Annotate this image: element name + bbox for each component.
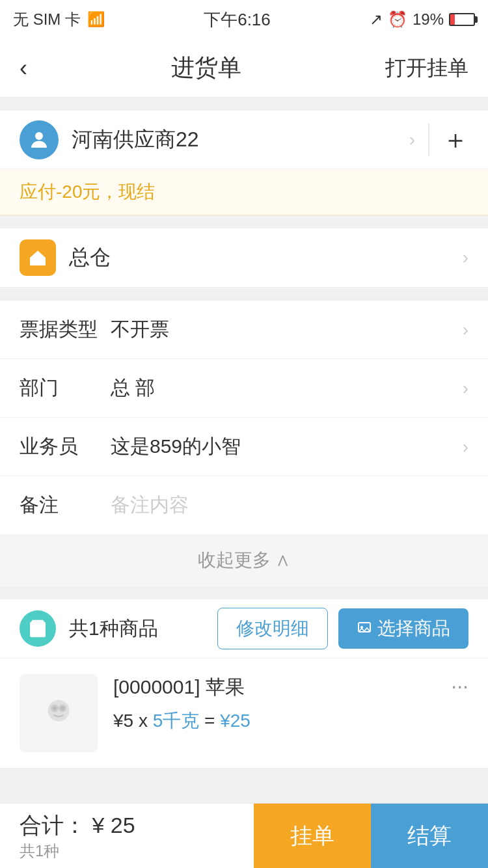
warehouse-section: 总仓 › xyxy=(0,228,488,287)
product-name: [0000001] 苹果 xyxy=(113,674,451,701)
svg-point-0 xyxy=(35,132,43,140)
supplier-section: 河南供应商22 › ＋ 应付-20元，现结 xyxy=(0,111,488,215)
total-label: 合计： xyxy=(20,813,86,837)
edit-details-button[interactable]: 修改明细 xyxy=(217,608,328,649)
back-button[interactable]: ‹ xyxy=(20,55,27,82)
status-bar: 无 SIM 卡 📶 下午6:16 ↗ ⏰ 19% xyxy=(0,0,488,39)
select-product-icon xyxy=(357,621,372,636)
warehouse-icon xyxy=(20,239,56,276)
salesman-label: 业务员 xyxy=(20,433,98,460)
dept-row[interactable]: 部门 总 部 › xyxy=(0,359,488,417)
status-bar-time: 下午6:16 xyxy=(204,8,271,31)
quantity: 5千克 xyxy=(153,711,200,731)
product-thumb-icon xyxy=(39,694,78,733)
svg-point-5 xyxy=(48,700,70,722)
invoice-type-row[interactable]: 票据类型 不开票 › xyxy=(0,300,488,359)
remark-row[interactable]: 备注 备注内容 xyxy=(0,476,488,534)
svg-rect-1 xyxy=(35,260,40,265)
salesman-value: 这是859的小智 xyxy=(111,433,463,460)
dept-label: 部门 xyxy=(20,375,98,401)
remark-label: 备注 xyxy=(20,492,98,519)
equals-sign: = xyxy=(204,711,220,731)
svg-point-8 xyxy=(53,707,57,711)
hang-order-button[interactable]: 挂单 xyxy=(254,804,371,869)
location-icon: ↗ xyxy=(370,10,383,29)
nav-bar: ‹ 进货单 打开挂单 xyxy=(0,39,488,98)
home-icon xyxy=(27,247,48,268)
warehouse-row[interactable]: 总仓 › xyxy=(0,228,488,287)
product-menu-button[interactable]: ··· xyxy=(451,674,468,698)
status-bar-left: 无 SIM 卡 📶 xyxy=(13,9,105,30)
warehouse-arrow-icon: › xyxy=(463,247,468,268)
subtotal: ¥25 xyxy=(220,711,251,731)
product-item: [0000001] 苹果 ¥5 x 5千克 = ¥25 ··· xyxy=(0,658,488,768)
total-section: 合计： ¥ 25 共1种 xyxy=(0,811,254,861)
product-title: 苹果 xyxy=(206,676,245,698)
invoice-type-value: 不开票 xyxy=(111,316,463,343)
supplier-row[interactable]: 河南供应商22 › ＋ xyxy=(0,111,488,169)
products-count: 共1种商品 xyxy=(69,616,217,642)
select-product-button[interactable]: 选择商品 xyxy=(338,608,468,649)
battery-icon xyxy=(449,13,475,26)
salesman-arrow-icon: › xyxy=(463,437,468,457)
checkout-button[interactable]: 结算 xyxy=(371,804,488,869)
svg-point-9 xyxy=(61,707,64,711)
bottom-bar: 合计： ¥ 25 共1种 挂单 结算 xyxy=(0,803,488,868)
form-section: 票据类型 不开票 › 部门 总 部 › 业务员 这是859的小智 › 备注 备注… xyxy=(0,300,488,534)
products-header: 共1种商品 修改明细 选择商品 xyxy=(0,599,488,658)
collapse-button[interactable]: 收起更多 ∧ xyxy=(0,534,488,586)
alarm-icon: ⏰ xyxy=(388,10,407,29)
total-amount: 合计： ¥ 25 xyxy=(20,811,234,841)
invoice-arrow-icon: › xyxy=(463,319,468,340)
product-id: [0000001] xyxy=(113,676,206,698)
section-gap-4 xyxy=(0,586,488,599)
salesman-row[interactable]: 业务员 这是859的小智 › xyxy=(0,417,488,476)
dept-value: 总 部 xyxy=(111,375,463,401)
product-price: ¥5 x 5千克 = ¥25 xyxy=(113,709,451,733)
invoice-type-label: 票据类型 xyxy=(20,316,98,343)
supplier-name: 河南供应商22 xyxy=(72,126,409,154)
total-count: 共1种 xyxy=(20,841,234,861)
user-icon xyxy=(27,128,51,152)
nav-title: 进货单 xyxy=(171,52,241,84)
info-banner: 应付-20元，现结 xyxy=(0,169,488,215)
remark-input[interactable]: 备注内容 xyxy=(111,492,468,519)
dept-arrow-icon: › xyxy=(463,378,468,399)
section-gap-2 xyxy=(0,215,488,228)
section-gap-3 xyxy=(0,287,488,300)
wifi-icon: 📶 xyxy=(87,11,105,28)
unit-price: ¥5 x xyxy=(113,711,153,731)
add-button[interactable]: ＋ xyxy=(442,122,468,157)
section-gap-1 xyxy=(0,98,488,111)
supplier-divider xyxy=(428,124,429,156)
product-info: [0000001] 苹果 ¥5 x 5千克 = ¥25 xyxy=(113,674,451,733)
supplier-avatar xyxy=(20,120,59,159)
shopping-bag-icon xyxy=(27,618,48,639)
collapse-label: 收起更多 ∧ xyxy=(198,548,291,573)
open-pending-button[interactable]: 打开挂单 xyxy=(385,54,468,83)
warehouse-name: 总仓 xyxy=(69,243,463,272)
select-product-label: 选择商品 xyxy=(377,616,450,641)
supplier-arrow-icon: › xyxy=(409,129,415,150)
products-icon xyxy=(20,610,56,647)
total-value: ¥ 25 xyxy=(92,813,135,837)
battery-text: 19% xyxy=(413,10,444,29)
carrier-text: 无 SIM 卡 xyxy=(13,9,81,30)
status-bar-right: ↗ ⏰ 19% xyxy=(370,10,475,29)
product-thumbnail xyxy=(20,674,98,752)
